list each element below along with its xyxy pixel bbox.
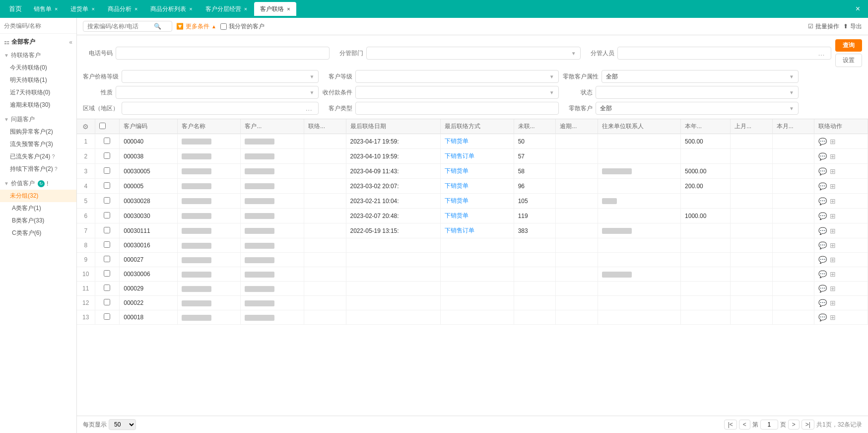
- sidebar-item-warning[interactable]: 流失预警客户(3): [0, 138, 76, 150]
- grid-action-icon[interactable]: ⊞: [830, 152, 836, 160]
- page-prev-btn[interactable]: <: [739, 420, 750, 430]
- per-page-select[interactable]: 50 20 100: [109, 419, 136, 430]
- chat-icon[interactable]: 💬: [818, 138, 827, 145]
- sidebar-search-input[interactable]: [4, 22, 77, 29]
- sidebar-item-7days[interactable]: 近7天待联络(0): [0, 86, 76, 99]
- sidebar-item-class-a[interactable]: A类客户(1): [0, 202, 76, 215]
- sidebar-item-tomorrow[interactable]: 明天待联络(1): [0, 74, 76, 86]
- nav-home[interactable]: 首页: [4, 4, 27, 13]
- search-box[interactable]: 🔍: [83, 21, 172, 32]
- last-method-link[interactable]: 下销货单: [445, 182, 468, 189]
- row-checkbox[interactable]: [95, 194, 120, 209]
- nav-tab-analysis-list-close[interactable]: ×: [189, 6, 192, 12]
- last-method-link[interactable]: 下销货单: [445, 167, 468, 174]
- chat-icon[interactable]: 💬: [818, 299, 827, 307]
- retail-customer-select[interactable]: 全部 ▼: [596, 102, 799, 115]
- chat-icon[interactable]: 💬: [818, 167, 827, 175]
- chat-icon[interactable]: 💬: [818, 212, 827, 220]
- export-btn[interactable]: ⬆ 导出: [843, 22, 862, 31]
- manager-select[interactable]: …: [617, 47, 831, 60]
- grid-action-icon[interactable]: ⊞: [830, 227, 836, 235]
- my-customer-check[interactable]: 我分管的客户: [220, 22, 265, 31]
- sidebar-item-class-b[interactable]: B类客户(33): [0, 215, 76, 227]
- grid-action-icon[interactable]: ⊞: [830, 256, 836, 264]
- chat-icon[interactable]: 💬: [818, 197, 827, 205]
- nav-tab-sales[interactable]: 销售单 ×: [28, 2, 64, 16]
- row-checkbox[interactable]: [95, 282, 120, 296]
- sidebar-all-customers-header[interactable]: ⚏ 全部客户 «: [0, 34, 76, 48]
- sidebar-item-declining[interactable]: 持续下滑客户(2) ?: [0, 163, 76, 175]
- chat-icon[interactable]: 💬: [818, 241, 827, 249]
- sidebar-value-title[interactable]: ▼ 价值客户 ↻ !: [0, 177, 76, 190]
- query-btn[interactable]: 查询: [835, 39, 862, 52]
- sidebar-item-abnormal[interactable]: 囤购异常客户(2): [0, 126, 76, 138]
- refresh-badge[interactable]: ↻: [38, 180, 45, 187]
- chat-icon[interactable]: 💬: [818, 313, 827, 321]
- nav-tab-analysis-close[interactable]: ×: [134, 6, 137, 12]
- chat-icon[interactable]: 💬: [818, 182, 827, 190]
- status-select[interactable]: ▼: [596, 86, 799, 99]
- my-customer-checkbox[interactable]: [220, 23, 227, 30]
- nav-tab-customer-contact[interactable]: 客户联络 ×: [254, 2, 296, 16]
- last-method-link[interactable]: 下销售订单: [445, 227, 474, 234]
- nav-tab-purchase[interactable]: 进货单 ×: [65, 2, 100, 16]
- region-ellipsis[interactable]: …: [303, 104, 314, 112]
- nav-tab-sales-close[interactable]: ×: [55, 6, 58, 12]
- grid-action-icon[interactable]: ⊞: [830, 285, 836, 292]
- grid-action-icon[interactable]: ⊞: [830, 182, 836, 190]
- sidebar-collapse-btn[interactable]: «: [69, 39, 72, 46]
- nav-tab-analysis[interactable]: 商品分析 ×: [102, 2, 143, 16]
- region-select[interactable]: …: [122, 102, 319, 115]
- row-checkbox[interactable]: [95, 238, 120, 253]
- row-checkbox[interactable]: [95, 223, 120, 238]
- row-checkbox[interactable]: [95, 310, 120, 325]
- nav-tab-purchase-close[interactable]: ×: [91, 6, 94, 12]
- customer-type-select[interactable]: [355, 102, 558, 115]
- window-close-btn[interactable]: ×: [852, 4, 864, 13]
- chat-icon[interactable]: 💬: [818, 152, 827, 160]
- row-checkbox[interactable]: [95, 164, 120, 179]
- phone-input[interactable]: [116, 47, 330, 60]
- page-num-input[interactable]: [760, 420, 778, 430]
- sidebar-item-overdue[interactable]: 逾期未联络(30): [0, 99, 76, 111]
- page-next-btn[interactable]: >: [788, 420, 800, 430]
- sidebar-item-unclassified[interactable]: 未分组(32): [0, 190, 76, 202]
- sidebar-item-lost[interactable]: 已流失客户(24) ?: [0, 150, 76, 163]
- row-checkbox[interactable]: [95, 209, 120, 223]
- th-settings[interactable]: ⚙: [77, 119, 95, 134]
- row-checkbox[interactable]: [95, 296, 120, 310]
- toolbar-search-icon[interactable]: 🔍: [154, 23, 161, 30]
- chat-icon[interactable]: 💬: [818, 270, 827, 278]
- grid-action-icon[interactable]: ⊞: [830, 313, 836, 321]
- grid-action-icon[interactable]: ⊞: [830, 270, 836, 278]
- price-level-select[interactable]: ▼: [122, 70, 319, 83]
- chat-icon[interactable]: 💬: [818, 227, 827, 235]
- last-method-link[interactable]: 下销货单: [445, 212, 468, 219]
- last-method-link[interactable]: 下销货单: [445, 197, 468, 204]
- reset-btn[interactable]: 设置: [835, 54, 862, 67]
- settings-icon[interactable]: ⚙: [82, 123, 89, 131]
- search-input[interactable]: [87, 23, 152, 30]
- chat-icon[interactable]: 💬: [818, 256, 827, 264]
- row-checkbox[interactable]: [95, 267, 120, 282]
- grid-action-icon[interactable]: ⊞: [830, 197, 836, 205]
- sidebar-item-today[interactable]: 今天待联络(0): [0, 62, 76, 74]
- grid-action-icon[interactable]: ⊞: [830, 212, 836, 220]
- row-checkbox[interactable]: [95, 149, 120, 164]
- nav-tab-customer-contact-close[interactable]: ×: [287, 6, 290, 12]
- row-checkbox[interactable]: [95, 134, 120, 149]
- last-method-link[interactable]: 下销售订单: [445, 152, 474, 159]
- chat-icon[interactable]: 💬: [818, 285, 827, 292]
- last-method-link[interactable]: 下销货单: [445, 138, 468, 144]
- nav-tab-customer-tier[interactable]: 客户分层经营 ×: [200, 2, 253, 16]
- row-checkbox[interactable]: [95, 179, 120, 194]
- bulk-op-btn[interactable]: ☑ 批量操作: [808, 22, 839, 31]
- retail-attr-select[interactable]: 全部 ▼: [601, 70, 799, 83]
- sidebar-pending-title[interactable]: ▼ 待联络客户: [0, 49, 76, 62]
- sidebar-item-class-c[interactable]: C类客户(6): [0, 227, 76, 239]
- manager-ellipsis[interactable]: …: [816, 49, 827, 57]
- grid-action-icon[interactable]: ⊞: [830, 167, 836, 175]
- payment-select[interactable]: ▼: [355, 86, 558, 99]
- nature-select[interactable]: ▼: [116, 86, 319, 99]
- th-checkbox[interactable]: [95, 119, 120, 134]
